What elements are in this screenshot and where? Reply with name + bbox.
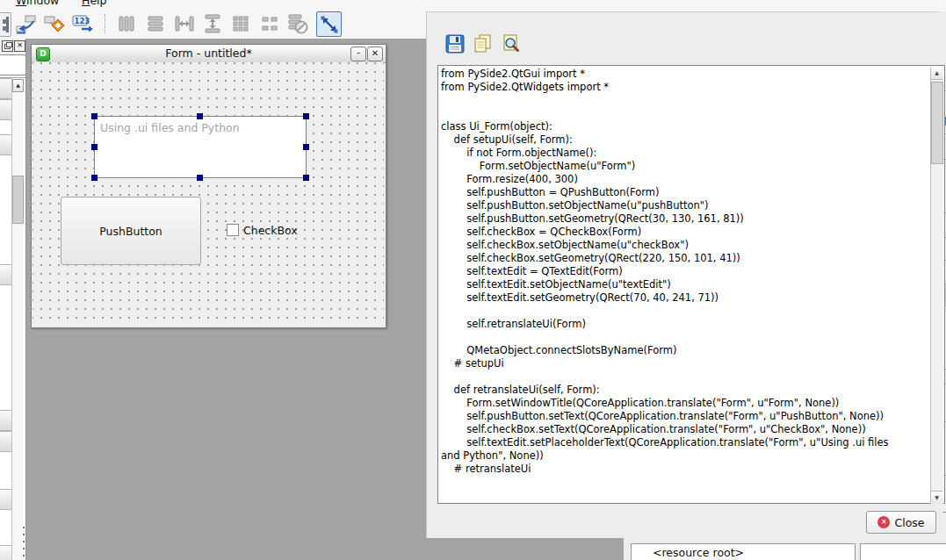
close-button[interactable]: ✕ (367, 47, 383, 61)
textedit-placeholder: Using .ui files and Python (100, 121, 240, 134)
widget-category-row[interactable] (0, 264, 12, 285)
scroll-up-icon[interactable]: ▲ (12, 79, 24, 92)
selection-handle-ne[interactable] (303, 113, 309, 119)
layout-horizontally-icon[interactable] (115, 12, 138, 35)
menu-window[interactable]: Window (16, 0, 59, 7)
edit-signals-slots-glyph (15, 12, 38, 35)
layout-horizontal-splitter-glyph (174, 13, 195, 34)
canvas-textedit-widget[interactable]: Using .ui files and Python (94, 116, 307, 178)
break-layout-icon[interactable] (286, 12, 309, 35)
layout-vertical-splitter-icon[interactable] (201, 12, 224, 35)
canvas-checkbox-widget[interactable]: CheckBox (227, 224, 298, 236)
edit-tab-order-glyph: 123 (71, 12, 94, 35)
scroll-up-icon[interactable]: ▲ (931, 67, 942, 80)
selection-handle-sw[interactable] (91, 175, 97, 181)
widget-category-row[interactable] (0, 78, 12, 99)
canvas-pushbutton-widget[interactable]: PushButton (61, 197, 201, 265)
checkbox-label: CheckBox (243, 224, 298, 237)
row-tick (942, 512, 946, 513)
dock-splitter-handle[interactable] (23, 527, 25, 560)
save-glyph (444, 33, 466, 54)
widget-category-row[interactable] (0, 431, 12, 452)
layout-vertically-icon[interactable] (144, 12, 167, 35)
resource-browser-strip: <resource root> (624, 537, 946, 560)
form-window-titlebar[interactable]: D Form - untitled* - ✕ (32, 45, 386, 63)
close-button-label: Close (894, 516, 924, 529)
edit-buddies-icon[interactable] (43, 12, 66, 35)
code-scrollbar[interactable]: ▲ ▼ (930, 67, 943, 504)
widget-category-row[interactable] (0, 545, 12, 560)
close-x-icon: ✕ (877, 516, 890, 528)
widget-category-row[interactable] (0, 134, 12, 155)
layout-vertically-glyph (145, 13, 166, 34)
edit-signals-slots-icon[interactable] (15, 12, 38, 35)
code-text-area[interactable]: from PySide2.QtGui import * from PySide2… (437, 65, 945, 504)
layout-vertical-splitter-glyph (202, 13, 223, 34)
form-window: D Form - untitled* - ✕ Using .ui files a… (31, 44, 386, 328)
widget-box-float-icon[interactable] (2, 40, 13, 52)
widget-box-category-list: ▲ (0, 77, 25, 560)
widget-category-row[interactable] (0, 489, 12, 510)
layout-grid-icon[interactable] (229, 12, 252, 35)
dialog-close-button[interactable]: ✕ Close (866, 511, 936, 534)
selection-handle-s[interactable] (197, 175, 203, 181)
scroll-down-icon[interactable]: ▼ (931, 491, 942, 504)
selection-handle-n[interactable] (197, 113, 203, 119)
find-glyph (501, 33, 522, 54)
adjust-size-icon[interactable] (316, 11, 342, 37)
layout-horizontal-splitter-icon[interactable] (173, 12, 196, 35)
widget-box-scroll-thumb[interactable] (12, 176, 24, 224)
selection-handle-w[interactable] (91, 144, 97, 150)
resource-file-list[interactable] (860, 543, 946, 560)
minimize-button[interactable]: - (350, 47, 366, 61)
toolbar-separator (105, 14, 106, 33)
widget-category-row[interactable] (0, 410, 12, 431)
layout-horizontally-glyph (116, 13, 137, 34)
selection-handle-se[interactable] (303, 175, 309, 181)
edit-buddies-glyph (43, 12, 66, 35)
checkbox-box[interactable] (227, 224, 239, 236)
widget-box-scrollbar[interactable]: ▲ (11, 79, 23, 560)
layout-form-icon[interactable] (258, 12, 281, 35)
adjust-size-glyph (319, 14, 340, 35)
code-scroll-thumb[interactable] (931, 82, 943, 164)
qt-designer-screen: Window Help (0, 0, 946, 560)
selection-handle-e[interactable] (303, 144, 309, 150)
resource-tree[interactable]: <resource root> (631, 543, 856, 560)
selection-handle-nw[interactable] (91, 113, 97, 119)
break-layout-glyph (286, 12, 309, 35)
widget-category-row[interactable] (0, 99, 12, 120)
layout-form-glyph (259, 13, 280, 34)
menu-bar: Window Help (0, 0, 946, 7)
svg-text:123: 123 (75, 17, 90, 25)
edit-widgets-glyph (0, 14, 10, 35)
widget-box-panel: ✕ ▲ (0, 39, 26, 560)
edit-tab-order-icon[interactable]: 123 (71, 12, 94, 35)
copy-icon[interactable] (473, 33, 494, 54)
float-glyph-2 (6, 42, 12, 47)
resource-root-item[interactable]: <resource root> (653, 546, 744, 559)
copy-glyph (473, 33, 494, 54)
layout-grid-glyph (230, 13, 251, 34)
menu-help[interactable]: Help (82, 0, 107, 7)
save-icon[interactable] (444, 33, 466, 54)
form-canvas[interactable]: Using .ui files and Python PushButton Ch… (32, 62, 384, 326)
form-window-title: Form - untitled* (32, 47, 386, 60)
widget-box-search-input[interactable] (0, 54, 26, 75)
find-icon[interactable] (501, 33, 522, 54)
code-viewer-dialog: from PySide2.QtGui import * from PySide2… (426, 11, 940, 538)
python-code[interactable]: from PySide2.QtGui import * from PySide2… (441, 68, 929, 501)
edit-widgets-icon[interactable] (0, 12, 11, 37)
widget-box-close-icon[interactable]: ✕ (14, 40, 25, 52)
